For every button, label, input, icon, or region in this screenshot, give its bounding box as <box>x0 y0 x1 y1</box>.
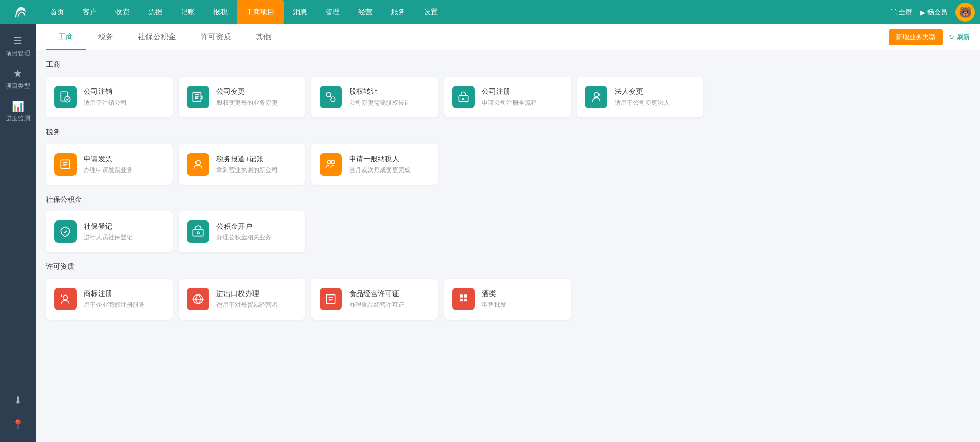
company-register-desc: 申请公司注册全流程 <box>482 99 537 107</box>
nav-item-客户[interactable]: 客户 <box>74 0 106 24</box>
apply-invoice-text: 申请发票 办理申请发票业务 <box>84 155 133 175</box>
general-taxpayer-title: 申请一般纳税人 <box>349 155 410 164</box>
section-title-gongshang: 工商 <box>46 60 970 69</box>
food-license-title: 食品经营许可证 <box>349 289 404 299</box>
card-company-register[interactable]: 公司注册 申请公司注册全流程 <box>444 77 571 117</box>
refresh-label: 刷新 <box>957 33 970 42</box>
refresh-button[interactable]: ↻ 刷新 <box>949 33 970 42</box>
sidebar-item-progress-monitor[interactable]: 📊 进度监测 <box>0 95 36 128</box>
card-trademark[interactable]: 商标注册 用于企业商标注册服务 <box>46 279 173 320</box>
tax-report-desc: 拿到营业执照的新公司 <box>216 166 278 175</box>
svg-rect-19 <box>460 299 463 301</box>
sidebar-item-project-type[interactable]: ★ 项目类型 <box>0 62 36 95</box>
member-icon: ▶ <box>920 9 925 16</box>
card-food-license[interactable]: 食品经营许可证 办理食品经营许可证 <box>311 279 438 320</box>
tabs-right: 新增业务类型 ↻ 刷新 <box>889 29 970 45</box>
progress-monitor-icon: 📊 <box>12 100 24 112</box>
company-change-icon <box>187 86 209 108</box>
section-gongshang: 工商 公司注销 适用于注销公司 <box>46 60 970 117</box>
company-cancel-desc: 适用于注销公司 <box>84 99 127 107</box>
scroll-content[interactable]: 工商 公司注销 适用于注销公司 <box>36 50 980 442</box>
nav-item-首页[interactable]: 首页 <box>41 0 74 24</box>
tax-report-title: 税务报道+记账 <box>216 155 278 164</box>
nav-item-票据[interactable]: 票据 <box>139 0 172 24</box>
svg-rect-6 <box>462 98 464 100</box>
fullscreen-icon: ⛶ <box>890 9 897 16</box>
tax-report-icon <box>187 153 209 176</box>
sidebar-bottom: ⬇ 📍 <box>9 391 27 434</box>
social-insurance-desc: 进行人员社保登记 <box>84 233 133 242</box>
card-social-insurance[interactable]: 社保登记 进行人员社保登记 <box>46 211 173 252</box>
member-button[interactable]: ▶ 畅会员 <box>920 8 947 17</box>
nav-item-收费[interactable]: 收费 <box>106 0 139 24</box>
nav-item-记账[interactable]: 记账 <box>172 0 204 24</box>
legal-person-change-desc: 适用于公司变更法人 <box>615 99 670 107</box>
add-type-button[interactable]: 新增业务类型 <box>889 29 943 45</box>
card-company-change[interactable]: 公司变更 股权变更外的业务变更 <box>179 77 305 117</box>
tab-xuke[interactable]: 许可资质 <box>188 24 243 50</box>
trademark-text: 商标注册 用于企业商标注册服务 <box>84 289 145 309</box>
equity-transfer-text: 股权转让 公司变更需要股权转让 <box>349 87 410 107</box>
company-change-desc: 股权变更外的业务变更 <box>216 99 278 107</box>
sidebar-item-label: 项目类型 <box>6 82 30 90</box>
section-title-shuiwu: 税务 <box>46 128 970 137</box>
trademark-icon <box>54 288 77 310</box>
fullscreen-label: 全屏 <box>899 8 912 17</box>
tabs-bar: 工商 税务 社保公积金 许可资质 其他 新增业务类型 ↻ 刷新 <box>36 24 980 50</box>
svg-rect-12 <box>193 230 203 236</box>
import-export-text: 进出口权办理 适用于对外贸易经营者 <box>216 289 278 309</box>
content-area: 工商 税务 社保公积金 许可资质 其他 新增业务类型 ↻ 刷新 工商 <box>36 24 980 442</box>
tab-gongshang[interactable]: 工商 <box>46 24 86 50</box>
alcohol-icon <box>452 288 475 310</box>
nav-right: ⛶ 全屏 ▶ 畅会员 🐻 <box>890 3 975 22</box>
card-legal-person-change[interactable]: 法人变更 适用于公司变更法人 <box>577 77 703 117</box>
card-alcohol[interactable]: 酒类 零售批发 <box>444 279 571 320</box>
company-cancel-title: 公司注销 <box>84 87 127 96</box>
tab-shuiwu[interactable]: 税务 <box>86 24 126 50</box>
tab-shebao[interactable]: 社保公积金 <box>126 24 188 50</box>
project-management-icon: ☰ <box>13 35 22 47</box>
housing-fund-title: 公积金开户 <box>216 222 272 231</box>
card-tax-report[interactable]: 税务报道+记账 拿到营业执照的新公司 <box>179 144 305 185</box>
nav-item-服务[interactable]: 服务 <box>382 0 414 24</box>
cards-grid-shebao: 社保登记 进行人员社保登记 公积金开户 办理公积金相关业务 <box>46 211 970 252</box>
nav-item-消息[interactable]: 消息 <box>284 0 316 24</box>
card-equity-transfer[interactable]: 股权转让 公司变更需要股权转让 <box>311 77 438 117</box>
card-housing-fund[interactable]: 公积金开户 办理公积金相关业务 <box>179 211 305 252</box>
location-icon[interactable]: 📍 <box>9 415 27 434</box>
svg-point-13 <box>197 232 199 234</box>
nav-item-管理[interactable]: 管理 <box>316 0 349 24</box>
section-shebao: 社保公积金 社保登记 进行人员社保登记 <box>46 195 970 252</box>
download-icon[interactable]: ⬇ <box>9 391 27 409</box>
card-import-export[interactable]: 进出口权办理 适用于对外贸易经营者 <box>179 279 305 320</box>
svg-rect-18 <box>464 294 467 297</box>
housing-fund-text: 公积金开户 办理公积金相关业务 <box>216 222 272 242</box>
sidebar-item-project-management[interactable]: ☰ 项目管理 <box>0 30 36 62</box>
alcohol-desc: 零售批发 <box>482 301 506 309</box>
svg-point-11 <box>331 160 335 164</box>
apply-invoice-icon <box>54 153 77 176</box>
tab-other[interactable]: 其他 <box>243 24 283 50</box>
social-insurance-text: 社保登记 进行人员社保登记 <box>84 222 133 242</box>
card-apply-invoice[interactable]: 申请发票 办理申请发票业务 <box>46 144 173 185</box>
alcohol-text: 酒类 零售批发 <box>482 289 506 309</box>
nav-item-工商项目[interactable]: 工商项目 <box>237 0 284 24</box>
general-taxpayer-desc: 当月或次月成变更完成 <box>349 166 410 175</box>
nav-item-设置[interactable]: 设置 <box>414 0 447 24</box>
nav-item-报税[interactable]: 报税 <box>204 0 237 24</box>
card-company-cancel[interactable]: 公司注销 适用于注销公司 <box>46 77 173 117</box>
trademark-desc: 用于企业商标注册服务 <box>84 301 145 309</box>
logo[interactable] <box>5 0 36 24</box>
fullscreen-button[interactable]: ⛶ 全屏 <box>890 8 912 17</box>
svg-point-7 <box>594 92 599 97</box>
card-general-taxpayer[interactable]: 申请一般纳税人 当月或次月成变更完成 <box>311 144 438 185</box>
company-cancel-text: 公司注销 适用于注销公司 <box>84 87 127 107</box>
nav-item-经营[interactable]: 经营 <box>349 0 382 24</box>
refresh-icon: ↻ <box>949 33 954 41</box>
equity-transfer-desc: 公司变更需要股权转让 <box>349 99 410 107</box>
company-change-title: 公司变更 <box>216 87 278 96</box>
alcohol-title: 酒类 <box>482 289 506 299</box>
project-type-icon: ★ <box>13 67 22 80</box>
food-license-icon <box>320 288 342 310</box>
mascot-avatar[interactable]: 🐻 <box>955 3 975 22</box>
